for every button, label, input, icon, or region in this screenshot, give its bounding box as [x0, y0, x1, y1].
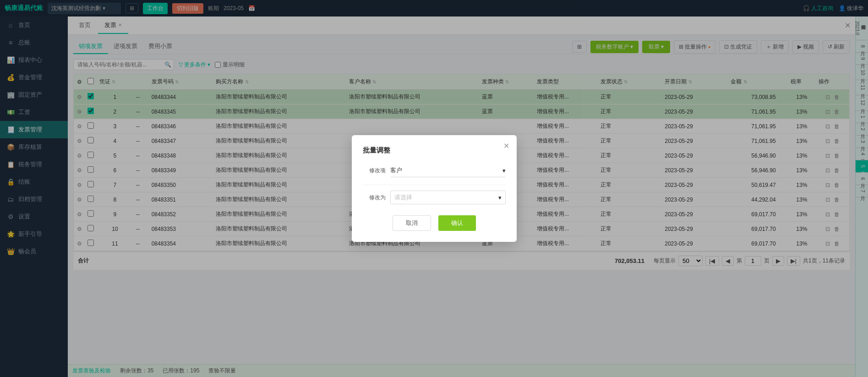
modal-cancel-button[interactable]: 取消 [393, 215, 431, 231]
modal-overlay: 批量调整 ✕ 修改项 客户 ▾ 修改为 请选择 ▾ 取消 确认 [0, 0, 868, 377]
batch-adjust-modal: 批量调整 ✕ 修改项 客户 ▾ 修改为 请选择 ▾ 取消 确认 [352, 135, 517, 242]
modal-confirm-button[interactable]: 确认 [438, 215, 476, 231]
chevron-down-icon: ▾ [498, 194, 502, 201]
value-placeholder: 请选择 [394, 193, 412, 202]
field-value: 客户 [390, 166, 402, 175]
modal-title: 批量调整 [363, 146, 506, 155]
chevron-down-icon: ▾ [502, 167, 506, 174]
modal-close-button[interactable]: ✕ [503, 142, 509, 150]
field-select[interactable]: 客户 ▾ [390, 164, 506, 177]
value-select[interactable]: 请选择 ▾ [390, 191, 506, 204]
value-label: 修改为 [363, 194, 386, 202]
field-label: 修改项 [363, 167, 386, 175]
